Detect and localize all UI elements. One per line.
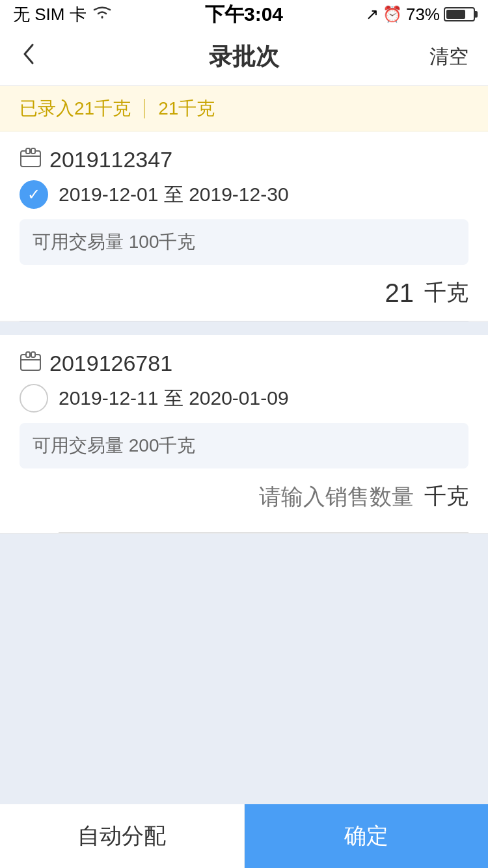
- confirm-button[interactable]: 确定: [245, 804, 489, 868]
- batch-1-input-row: 21 千克: [0, 265, 488, 321]
- alarm-icon: ⏰: [383, 5, 402, 23]
- batch-2-date-row[interactable]: 2019-12-11 至 2020-01-09: [20, 384, 468, 413]
- batch-2-date: 2019-12-11 至 2020-01-09: [59, 385, 289, 412]
- battery-icon: [444, 7, 475, 21]
- section-gap: [0, 322, 488, 335]
- check-icon-1: ✓: [27, 185, 40, 204]
- svg-rect-6: [31, 352, 35, 357]
- location-icon: ↗: [366, 5, 379, 23]
- entered-label: 已录入21千克: [20, 96, 131, 121]
- status-left: 无 SIM 卡: [13, 3, 113, 26]
- batch-item-1: 2019112347 ✓ 2019-12-01 至 2019-12-30 可用交…: [0, 131, 488, 265]
- page-title: 录批次: [209, 41, 279, 73]
- svg-rect-0: [21, 151, 40, 167]
- status-bar: 无 SIM 卡 下午3:04 ↗ ⏰ 73%: [0, 0, 488, 29]
- summary-banner: 已录入21千克 21千克: [0, 86, 488, 131]
- svg-rect-2: [31, 148, 35, 154]
- wifi-icon: [92, 5, 113, 25]
- batch-2-unit: 千克: [424, 481, 468, 511]
- footer: 自动分配 确定: [0, 804, 488, 868]
- batch-2-header: 2019126781: [20, 351, 468, 376]
- svg-rect-5: [26, 352, 30, 357]
- batch-icon-1: [20, 147, 42, 172]
- clear-button[interactable]: 清空: [429, 44, 468, 70]
- batch-icon-2: [20, 351, 42, 376]
- back-button[interactable]: [20, 40, 59, 74]
- batch-2-id: 2019126781: [49, 351, 172, 376]
- batch-1-quantity: 21: [385, 278, 414, 308]
- batch-2-availability: 可用交易量 200千克: [20, 423, 468, 468]
- status-right: ↗ ⏰ 73%: [366, 5, 475, 25]
- batch-item-2: 2019126781 2019-12-11 至 2020-01-09 可用交易量…: [0, 335, 488, 468]
- batch-2-input-row: 千克: [0, 468, 488, 534]
- input-underline-2: [59, 532, 468, 533]
- svg-rect-1: [26, 148, 30, 154]
- batch-1-id: 2019112347: [49, 147, 172, 172]
- batch-1-date-row[interactable]: ✓ 2019-12-01 至 2019-12-30: [20, 180, 468, 209]
- batch-1-radio[interactable]: ✓: [20, 180, 48, 209]
- nav-bar: 录批次 清空: [0, 29, 488, 86]
- summary-divider: [144, 99, 145, 118]
- summary-value: 21千克: [158, 96, 215, 121]
- batch-2-radio[interactable]: [20, 384, 48, 413]
- batch-2-quantity-input[interactable]: [219, 484, 414, 509]
- svg-rect-4: [21, 355, 40, 370]
- batch-1-availability: 可用交易量 100千克: [20, 219, 468, 265]
- battery-percentage: 73%: [406, 5, 440, 25]
- batch-1-header: 2019112347: [20, 147, 468, 172]
- batch-1-unit: 千克: [424, 278, 468, 308]
- status-time: 下午3:04: [205, 1, 283, 28]
- carrier-text: 无 SIM 卡: [13, 3, 87, 26]
- batch-1-date: 2019-12-01 至 2019-12-30: [59, 182, 289, 208]
- auto-distribute-button[interactable]: 自动分配: [0, 804, 245, 868]
